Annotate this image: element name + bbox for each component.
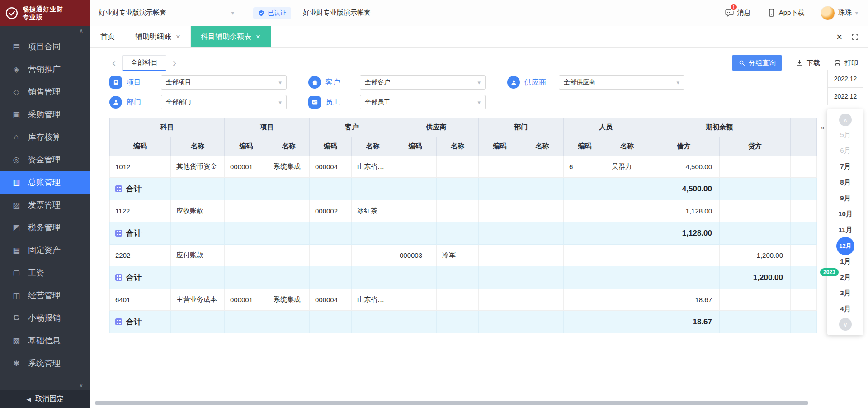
app-download-button[interactable]: App下载 <box>767 9 805 17</box>
cell <box>791 266 817 289</box>
month-item[interactable]: 10月 <box>827 206 863 222</box>
month-item[interactable]: 11月 <box>827 222 863 238</box>
cell <box>564 178 606 200</box>
cell <box>521 289 564 311</box>
supplier-icon <box>507 76 520 89</box>
app-logo-name: 畅捷通好业财 <box>23 5 63 13</box>
messages-button[interactable]: 1 消息 <box>725 8 751 18</box>
month-item[interactable]: 4月 <box>827 301 863 317</box>
supplier-select[interactable]: 全部供应商 ▾ <box>559 75 684 90</box>
month-item-label: 12月 <box>836 237 854 255</box>
subtotal-row[interactable]: 合计4,500.00 <box>110 178 817 200</box>
month-item[interactable]: 9月 <box>827 190 863 206</box>
sidebar-item-label: 营销推广 <box>28 64 61 75</box>
period-start[interactable]: 2022.12 <box>827 70 863 88</box>
month-item-label: 5月 <box>840 131 850 139</box>
sidebar-scroll-up-icon[interactable]: ∧ <box>0 26 90 35</box>
sidebar-item-marketing[interactable]: ◈ 营销推广 <box>0 58 90 81</box>
sidebar-item-operations[interactable]: ◫ 经营管理 <box>0 284 90 307</box>
sidebar-item-label: 总账管理 <box>28 177 61 188</box>
sidebar-item-sales[interactable]: ◇ 销售管理 <box>0 81 90 103</box>
filter-label: 项目 <box>127 78 161 87</box>
month-item[interactable]: 3月 <box>827 285 863 301</box>
cell: 000004 <box>310 289 352 311</box>
subtotal-label: 合计 <box>126 318 142 326</box>
cell <box>521 156 564 178</box>
filter-row-2: 部门 全部部门 ▾ 员工 全部员工 ▾ <box>109 95 858 109</box>
cell: 000002 <box>310 200 352 222</box>
tab-close-icon[interactable]: × <box>176 33 180 41</box>
period-end[interactable]: 2022.12 <box>827 87 863 105</box>
month-item-label: 4月 <box>840 305 850 313</box>
months-scroll-down-icon[interactable]: ∨ <box>839 318 852 331</box>
tab[interactable]: 首页 <box>90 26 125 47</box>
sidebar-item-purchase[interactable]: ▣ 采购管理 <box>0 103 90 126</box>
subtotal-row[interactable]: 合计18.67 <box>110 311 817 333</box>
sidebar-item-system[interactable]: ✱ 系统管理 <box>0 352 90 375</box>
tab-label: 科目辅助余额表 <box>201 32 251 42</box>
months-scroll-up-icon[interactable]: ∧ <box>839 114 852 126</box>
close-icon[interactable]: × <box>836 32 842 42</box>
department-select[interactable]: 全部部门 ▾ <box>161 95 287 109</box>
sidebar-item-ledger[interactable]: ▥ 总账管理 <box>0 171 90 194</box>
horizontal-scrollbar[interactable] <box>90 401 868 405</box>
print-button[interactable]: 打印 <box>834 59 858 67</box>
fullscreen-icon[interactable] <box>851 33 859 41</box>
cell <box>521 311 564 333</box>
prev-subject-icon[interactable]: ‹ <box>109 57 118 68</box>
customer-icon <box>308 76 321 89</box>
cell: 主营业务成本 <box>171 289 225 311</box>
table-row[interactable]: 1122应收账款000002冰红茶1,128.00 <box>110 200 817 222</box>
cell <box>268 200 310 222</box>
subtotal-credit <box>720 222 791 245</box>
shield-check-icon <box>258 9 265 17</box>
next-subject-icon[interactable]: › <box>170 57 179 68</box>
table-row[interactable]: 1012其他货币资金000001系统集成000004山东省济...6吴群力4,5… <box>110 156 817 178</box>
month-item[interactable]: 6月 <box>827 143 863 159</box>
table-row[interactable]: 2202应付账款000003冷军1,200.00 <box>110 245 817 266</box>
account-set-selector[interactable]: 好业财专业版演示帐套 ▾ <box>99 9 234 17</box>
sidebar-item-tax[interactable]: ◩ 税务管理 <box>0 216 90 239</box>
month-item[interactable]: 8月 <box>827 175 863 190</box>
table-row[interactable]: 6401主营业务成本000001系统集成000004山东省济...18.67 <box>110 289 817 311</box>
subtotal-row[interactable]: 合计1,128.00 <box>110 222 817 245</box>
month-item[interactable]: 5月 <box>827 127 863 143</box>
subject-scope-pill[interactable]: 全部科目 <box>122 55 166 71</box>
sidebar-item-payroll[interactable]: ▢ 工资 <box>0 261 90 284</box>
sidebar-item-funds[interactable]: ◎ 资金管理 <box>0 148 90 171</box>
user-menu[interactable]: 珠珠 ▾ <box>821 6 858 20</box>
scrollbar-thumb[interactable] <box>95 401 808 405</box>
tab[interactable]: 科目辅助余额表 × <box>191 26 271 47</box>
month-item[interactable]: 7月 <box>827 159 863 175</box>
sidebar-item-inventory[interactable]: ⌂ 库存核算 <box>0 126 90 148</box>
subtotal-row[interactable]: 合计1,200.00 <box>110 266 817 289</box>
sidebar-item-assets[interactable]: ▦ 固定资产 <box>0 239 90 261</box>
unpin-sidebar-button[interactable]: ◀ 取消固定 <box>0 390 90 408</box>
account-set-title: 好业财专业版演示帐套 <box>303 9 371 17</box>
sidebar-item-contract[interactable]: ▤ 项目合同 <box>0 35 90 58</box>
chanjet-logo-icon <box>5 6 19 20</box>
sidebar-item-reimburse[interactable]: G 小畅报销 <box>0 307 90 329</box>
project-select[interactable]: 全部项目 ▾ <box>161 75 287 90</box>
sidebar-item-invoice[interactable]: ▨ 发票管理 <box>0 194 90 216</box>
tab-close-icon[interactable]: × <box>256 33 260 41</box>
cell <box>225 266 268 289</box>
employee-select[interactable]: 全部员工 ▾ <box>360 95 486 109</box>
tab[interactable]: 辅助明细账 × <box>125 26 191 47</box>
cell <box>310 222 352 245</box>
cell <box>225 178 268 200</box>
group-query-button[interactable]: 分组查询 <box>732 55 782 71</box>
sub-header: 名称 <box>352 137 394 156</box>
chevron-down-icon: ▾ <box>676 79 679 86</box>
sidebar-item-label: 固定资产 <box>28 245 61 256</box>
sidebar-item-basicinfo[interactable]: ▩ 基础信息 <box>0 329 90 352</box>
customer-select[interactable]: 全部客户 ▾ <box>360 75 486 90</box>
month-list: 5月6月7月8月9月10月11月12月1月2月3月4月 <box>827 127 863 317</box>
cell <box>564 222 606 245</box>
month-item[interactable]: 12月 <box>827 238 863 254</box>
subtotal-credit <box>720 311 791 333</box>
month-item[interactable]: 1月 <box>827 254 863 270</box>
sidebar-scroll-down-icon[interactable]: ∨ <box>0 381 90 390</box>
download-button[interactable]: 下载 <box>796 59 820 67</box>
expand-columns-icon[interactable]: » <box>818 123 827 132</box>
